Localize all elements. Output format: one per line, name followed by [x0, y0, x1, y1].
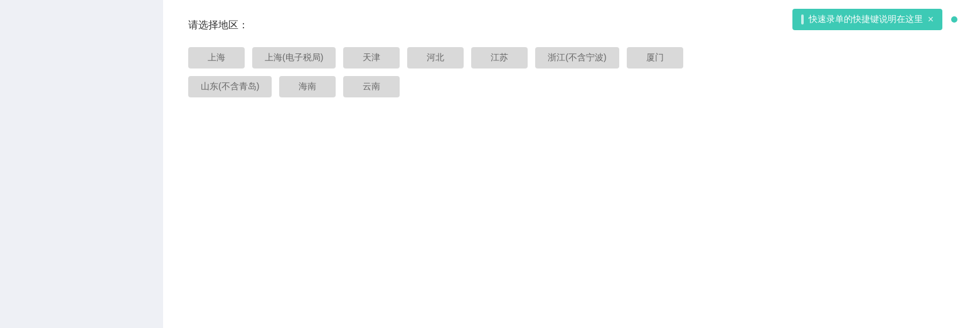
close-icon[interactable]: × [928, 14, 934, 25]
region-btn-xiamen[interactable]: 厦门 [627, 47, 683, 68]
tooltip-banner: 快速录单的快捷键说明在这里 × [792, 9, 942, 30]
region-btn-shandong[interactable]: 山东(不含青岛) [188, 76, 272, 97]
region-btn-tianjin[interactable]: 天津 [343, 47, 400, 68]
region-btn-shanghai-etax[interactable]: 上海(电子税局) [252, 47, 336, 68]
region-btn-zhejiang[interactable]: 浙江(不含宁波) [535, 47, 619, 68]
region-btn-shanghai[interactable]: 上海 [188, 47, 245, 68]
region-row-1: 上海 上海(电子税局) 天津 河北 江苏 浙江(不含宁波) 厦门 [188, 47, 955, 68]
region-row-2: 山东(不含青岛) 海南 云南 [188, 76, 955, 97]
region-btn-hainan[interactable]: 海南 [279, 76, 336, 97]
main-content: 请选择地区： 上海 上海(电子税局) 天津 河北 江苏 浙江(不含宁波) 厦门 … [163, 0, 980, 328]
dot-connector [951, 16, 957, 23]
tooltip-accent-bar [801, 14, 804, 25]
region-btn-jiangsu[interactable]: 江苏 [471, 47, 528, 68]
region-btn-yunnan[interactable]: 云南 [343, 76, 400, 97]
region-btn-hebei[interactable]: 河北 [407, 47, 464, 68]
left-sidebar [0, 0, 163, 328]
tooltip-text: 快速录单的快捷键说明在这里 [809, 14, 923, 25]
